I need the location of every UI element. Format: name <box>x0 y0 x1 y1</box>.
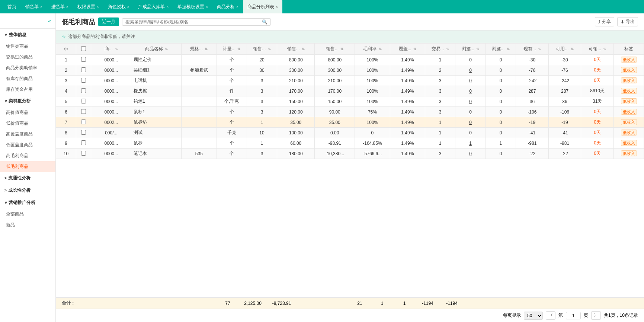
close-roles-icon[interactable]: × <box>127 5 129 9</box>
sidebar-item-low-margin[interactable]: 低毛利商品 <box>0 161 55 172</box>
nav-analysis[interactable]: 商品分析 × <box>212 0 243 13</box>
sidebar-group-cluster[interactable]: ∨ 类群度分析 <box>0 95 55 107</box>
sidebar-item-high-value[interactable]: 高价值商品 <box>0 107 55 118</box>
next-page-button[interactable]: 〉 <box>591 311 601 320</box>
row-sales-price: 210.00 <box>277 76 315 86</box>
nav-permissions[interactable]: 权限设置 × <box>73 0 103 13</box>
row-browse1[interactable]: 0 <box>455 149 486 159</box>
select-all-checkbox[interactable] <box>81 46 86 51</box>
row-browse1[interactable]: 0 <box>455 117 486 128</box>
row-code: 0000... <box>91 55 131 65</box>
sidebar-item-stock-capital[interactable]: 库存资金占用 <box>0 84 55 95</box>
sidebar-group-marketing[interactable]: ∨ 营销推广分析 <box>0 197 55 209</box>
row-checkbox[interactable] <box>76 86 91 96</box>
notice-bar: ☆ 这部分商品的利润非常低，请关注 <box>56 31 644 43</box>
sidebar-group-growth[interactable]: > 成长性分析 <box>0 184 55 197</box>
row-stock-current: -41 <box>516 128 549 138</box>
sidebar-item-new-goods[interactable]: 新品 <box>0 220 55 230</box>
page-number-input[interactable] <box>566 312 581 319</box>
sidebar-group-flow[interactable]: > 流通性分析 <box>0 172 55 184</box>
row-no: 7 <box>56 117 76 128</box>
nav-products[interactable]: 产成品入库单 × <box>134 0 173 13</box>
row-stock-avail: -981 <box>548 138 581 149</box>
row-unit: 件 <box>217 86 247 96</box>
total-records-label: 共1页，10条记录 <box>604 312 638 319</box>
row-browse2: 0 <box>486 117 516 128</box>
close-permissions-icon[interactable]: × <box>97 5 99 9</box>
row-browse1[interactable]: 0 <box>455 107 486 117</box>
row-checkbox[interactable] <box>76 55 91 65</box>
row-browse1[interactable]: 0 <box>455 76 486 86</box>
row-checkbox[interactable] <box>76 76 91 86</box>
col-unit: 计量... ⇅ <box>217 44 247 55</box>
close-sales-icon[interactable]: × <box>40 5 42 9</box>
row-no: 2 <box>56 65 76 76</box>
nav-home[interactable]: 首页 <box>3 0 21 13</box>
time-filter-button[interactable]: 近一月 <box>98 17 119 26</box>
per-page-select[interactable]: 50 100 200 <box>524 312 543 320</box>
sidebar-item-category-rate[interactable]: 商品分类助销率 <box>0 63 55 73</box>
close-purchase-icon[interactable]: × <box>66 5 68 9</box>
notice-text: 这部分商品的利润非常低，请关注 <box>68 34 135 40</box>
row-no: 10 <box>56 149 76 159</box>
search-input[interactable] <box>125 19 262 25</box>
row-checkbox[interactable] <box>76 149 91 159</box>
row-sales-profit: 35.00 <box>315 117 355 128</box>
row-checkbox[interactable] <box>76 96 91 107</box>
share-button[interactable]: ⤴ 分享 <box>595 17 614 26</box>
row-salable-days: 0天 <box>581 128 614 138</box>
sidebar-item-all-goods[interactable]: 全部商品 <box>0 209 55 220</box>
col-checkbox[interactable] <box>76 44 91 55</box>
close-products-icon[interactable]: × <box>166 5 169 9</box>
close-template-icon[interactable]: × <box>206 5 208 9</box>
row-checkbox[interactable] <box>76 138 91 149</box>
row-coverage: 1.49% <box>390 149 425 159</box>
sidebar-group-overall[interactable]: ∨ 整体信息 <box>0 29 55 41</box>
row-unit: 个,千克 <box>217 96 247 107</box>
row-browse1[interactable]: 0 <box>455 86 486 96</box>
row-checkbox[interactable] <box>76 107 91 117</box>
row-name: 鼠标 <box>131 138 182 149</box>
row-coverage: 1.49% <box>390 96 425 107</box>
sidebar-item-high-margin[interactable]: 高毛利商品 <box>0 150 55 161</box>
row-no: 1 <box>56 55 76 65</box>
table-row: 9 0000... 鼠标 个 1 60.00 -98.91 -164.85% 1… <box>56 138 644 149</box>
nav-purchase[interactable]: 进货单 × <box>47 0 73 13</box>
row-browse1[interactable]: 0 <box>455 55 486 65</box>
sidebar-item-low-value[interactable]: 低价值商品 <box>0 118 55 129</box>
nav-roles[interactable]: 角色授权 × <box>103 0 134 13</box>
close-analysis-list-icon[interactable]: × <box>276 5 278 9</box>
nav-analysis-list[interactable]: 商品分析列表 × <box>243 0 282 13</box>
row-browse1[interactable]: 0 <box>455 96 486 107</box>
prev-page-button[interactable]: 〈 <box>546 311 555 320</box>
row-spec <box>182 107 217 117</box>
row-browse1[interactable]: 0 <box>455 128 486 138</box>
close-analysis-icon[interactable]: × <box>236 5 238 9</box>
search-icon[interactable]: 🔍 <box>262 19 267 25</box>
row-checkbox[interactable] <box>76 65 91 76</box>
table-container[interactable]: ⚙ 商... ⇅ 商品名称 ⇅ 规格... ⇅ 计量... ⇅ 销售... ⇅ … <box>56 43 644 297</box>
sidebar-item-stocked-goods[interactable]: 有库存的商品 <box>0 73 55 84</box>
sidebar-collapse-btn[interactable]: « <box>47 16 52 25</box>
row-coverage: 1.49% <box>390 138 425 149</box>
col-settings[interactable]: ⚙ <box>56 44 76 55</box>
sidebar-item-sales-goods[interactable]: 销售类商品 <box>0 41 55 52</box>
nav-template[interactable]: 单据模板设置 × <box>173 0 212 13</box>
nav-sales[interactable]: 销货单 × <box>21 0 47 13</box>
sidebar-item-traded-goods[interactable]: 交易过的商品 <box>0 52 55 63</box>
export-button[interactable]: ⬇ 导出 <box>617 17 638 26</box>
group-cluster-arrow: ∨ <box>4 99 7 103</box>
row-checkbox[interactable] <box>76 128 91 138</box>
row-unit: 个 <box>217 55 247 65</box>
row-checkbox[interactable] <box>76 117 91 128</box>
search-box[interactable]: 🔍 <box>122 18 271 26</box>
row-stock-avail: -30 <box>548 55 581 65</box>
sidebar-item-low-coverage[interactable]: 低覆盖度商品 <box>0 140 55 150</box>
row-browse1[interactable]: 1 <box>455 138 486 149</box>
row-code: 0000... <box>91 86 131 96</box>
row-sales-profit: -98.91 <box>315 138 355 149</box>
col-coverage: 覆盖... ⇅ <box>390 44 425 55</box>
row-code: 0002... <box>91 117 131 128</box>
sidebar-item-high-coverage[interactable]: 高覆盖度商品 <box>0 129 55 140</box>
row-browse1[interactable]: 0 <box>455 65 486 76</box>
